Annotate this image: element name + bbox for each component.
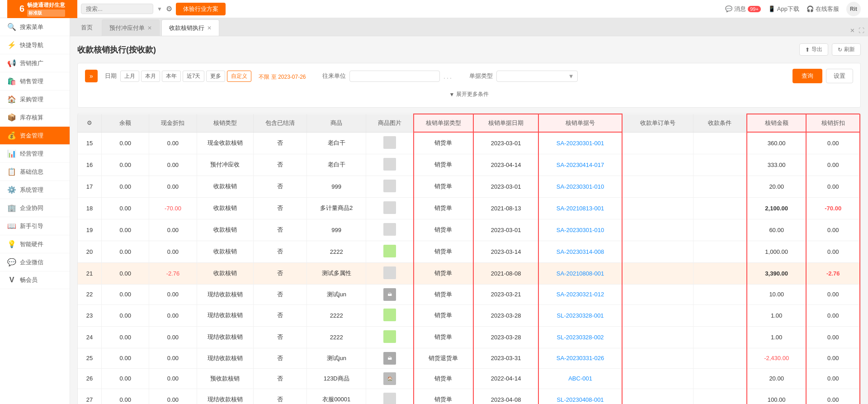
expand-more-area: ▼ 展开更多条件 bbox=[85, 87, 853, 102]
cell-goods-image bbox=[366, 262, 414, 284]
bill-no-link[interactable]: SA-20230414-017 bbox=[557, 162, 604, 168]
tab-home[interactable]: 首页 bbox=[74, 19, 100, 36]
cell-cash-discount: 0.00 bbox=[149, 219, 197, 241]
cell-receipt-order-no bbox=[622, 304, 693, 326]
cell-include-settled: 否 bbox=[253, 284, 307, 304]
edition-badge: 标准版 bbox=[27, 10, 65, 17]
sidebar-item-smart-hw[interactable]: 💡 智能硬件 bbox=[0, 235, 70, 253]
cell-write-off-type: 收款核销 bbox=[197, 241, 253, 262]
cell-bill-date: 2022-04-14 bbox=[473, 368, 539, 389]
sidebar-item-finance[interactable]: 💰 资金管理 bbox=[0, 127, 70, 145]
sidebar-item-purchase[interactable]: 🏠 采购管理 bbox=[0, 90, 70, 109]
date-label: 日期 bbox=[105, 72, 117, 80]
search-icon: 🔍 bbox=[7, 23, 16, 31]
cell-write-off-amount: -2,430.00 bbox=[747, 348, 807, 368]
cell-write-off-discount: 0.00 bbox=[806, 326, 860, 348]
bill-no-link[interactable]: SL-20230328-002 bbox=[557, 334, 604, 341]
col-header-gear[interactable]: ⚙ bbox=[78, 114, 102, 132]
sidebar-item-operations[interactable]: 📊 经营管理 bbox=[0, 145, 70, 163]
bill-no-link[interactable]: SA-20230331-026 bbox=[557, 355, 604, 361]
app-download-btn[interactable]: 📱 App下载 bbox=[768, 5, 799, 13]
bill-no-link[interactable]: SL-20230328-001 bbox=[557, 312, 604, 319]
cell-goods-image: 🏔 bbox=[366, 348, 414, 368]
date-btn-7days[interactable]: 近7天 bbox=[183, 71, 205, 82]
cell-write-off-amount: 100.00 bbox=[747, 389, 807, 404]
cell-bill-no: SA-20230314-008 bbox=[538, 241, 622, 262]
message-badge: 99+ bbox=[748, 6, 761, 12]
gear-icon[interactable]: ⚙ bbox=[166, 5, 172, 13]
cell-include-settled: 否 bbox=[253, 326, 307, 348]
tab-collection-write-off[interactable]: 收款核销执行 ✕ bbox=[161, 19, 219, 36]
cell-write-off-amount: 360.00 bbox=[747, 132, 807, 154]
sidebar-item-search-menu[interactable]: 🔍 搜索菜单 bbox=[0, 18, 70, 36]
bill-no-link[interactable]: SA-20230301-010 bbox=[557, 227, 604, 233]
bill-no-link[interactable]: SL-20230408-001 bbox=[557, 396, 604, 403]
bill-no-link[interactable]: SA-20230321-012 bbox=[557, 291, 604, 298]
cell-cash-discount: 0.00 bbox=[149, 284, 197, 304]
enterprise-icon: 🏢 bbox=[7, 204, 16, 212]
sidebar-item-inventory[interactable]: 📦 库存核算 bbox=[0, 109, 70, 127]
date-btn-more[interactable]: 更多 bbox=[206, 71, 225, 82]
cell-bill-no: SA-20230301-010 bbox=[538, 219, 622, 241]
partner-input[interactable] bbox=[349, 71, 440, 82]
col-header-goods: 商品 bbox=[307, 114, 366, 132]
cell-balance: 0.00 bbox=[102, 176, 149, 197]
refresh-button[interactable]: ↻ 刷新 bbox=[832, 43, 861, 56]
close-icon[interactable]: ✕ bbox=[207, 25, 212, 31]
settings-button[interactable]: 设置 bbox=[826, 69, 853, 83]
cell-write-off-type: 收款核销 bbox=[197, 262, 253, 284]
settings-icon: ⚙️ bbox=[7, 185, 16, 194]
bill-no-link[interactable]: SA-20230301-010 bbox=[557, 183, 604, 190]
sidebar-item-member[interactable]: V 畅会员 bbox=[0, 271, 70, 289]
bill-no-link[interactable]: SA-20210808-001 bbox=[557, 270, 604, 277]
sidebar-item-sales[interactable]: 🛍️ 销售管理 bbox=[0, 72, 70, 90]
sidebar-item-guide[interactable]: 📖 新手引导 bbox=[0, 217, 70, 235]
bill-type-select[interactable] bbox=[496, 71, 578, 82]
close-icon[interactable]: ✕ bbox=[147, 25, 152, 31]
bill-no-link[interactable]: SA-20210813-001 bbox=[557, 205, 604, 212]
filter-row: » 日期 上月 本月 本年 近7天 更多 自定义 bbox=[85, 69, 853, 83]
query-button[interactable]: 查询 bbox=[793, 69, 822, 83]
cell-bill-no: SL-20230408-001 bbox=[538, 389, 622, 404]
top-bar: 6 畅捷通谱好生意 标准版 ▼ ⚙ 体验行业方案 💬 消息 99+ 📱 App下… bbox=[0, 0, 868, 18]
cell-bill-type: 销货单 bbox=[414, 132, 473, 154]
col-header-balance: 余额 bbox=[102, 114, 149, 132]
cell-write-off-discount: 0.00 bbox=[806, 176, 860, 197]
tab-prepay[interactable]: 预付冲应付单 ✕ bbox=[102, 19, 160, 36]
message-btn[interactable]: 💬 消息 99+ bbox=[725, 5, 761, 13]
cell-include-settled: 否 bbox=[253, 197, 307, 219]
cell-bill-no: SA-20230301-010 bbox=[538, 176, 622, 197]
sidebar-item-enterprise[interactable]: 🏢 企业协同 bbox=[0, 199, 70, 217]
bill-no-link[interactable]: SA-20230314-008 bbox=[557, 248, 604, 255]
user-avatar[interactable]: Rit bbox=[846, 2, 861, 16]
expand-icon[interactable]: ⛶ bbox=[859, 27, 864, 34]
sidebar-item-system[interactable]: ⚙️ 系统管理 bbox=[0, 181, 70, 199]
online-service-btn[interactable]: 🎧 在线客服 bbox=[807, 5, 839, 13]
expand-more-button[interactable]: ▼ 展开更多条件 bbox=[449, 90, 489, 98]
sidebar-item-marketing[interactable]: 📢 营销推广 bbox=[0, 54, 70, 72]
date-btn-custom[interactable]: 自定义 bbox=[227, 71, 251, 82]
sidebar-item-quick-nav[interactable]: ⚡ 快捷导航 bbox=[0, 36, 70, 54]
cell-receipt-order-no bbox=[622, 132, 693, 154]
cell-write-off-type: 现结收款核销 bbox=[197, 304, 253, 326]
bill-no-link[interactable]: SA-20230301-001 bbox=[557, 140, 604, 147]
cell-receipt-condition bbox=[693, 132, 747, 154]
sidebar-item-wechat[interactable]: 💬 企业微信 bbox=[0, 253, 70, 271]
cell-no: 22 bbox=[78, 284, 102, 304]
date-btn-this-month[interactable]: 本月 bbox=[141, 71, 160, 82]
fast-nav-button[interactable]: » bbox=[85, 70, 98, 82]
close-all-icon[interactable]: ✕ bbox=[850, 27, 855, 34]
app-layout: 🔍 搜索菜单 ⚡ 快捷导航 📢 营销推广 🛍️ 销售管理 🏠 采购管理 📦 库存… bbox=[0, 18, 868, 404]
col-header-bill-date: 核销单据日期 bbox=[473, 114, 539, 132]
bill-no-link[interactable]: ABC-001 bbox=[568, 375, 592, 382]
bulb-icon: 💡 bbox=[7, 240, 16, 248]
date-btn-this-year[interactable]: 本年 bbox=[162, 71, 181, 82]
cell-write-off-discount: 0.00 bbox=[806, 389, 860, 404]
sidebar-item-label: 系统管理 bbox=[20, 186, 43, 194]
date-btn-last-month[interactable]: 上月 bbox=[120, 71, 139, 82]
cell-include-settled: 否 bbox=[253, 304, 307, 326]
sidebar-item-basic-info[interactable]: 📋 基础信息 bbox=[0, 163, 70, 181]
export-button[interactable]: ⬆ 导出 bbox=[799, 43, 828, 56]
search-input[interactable] bbox=[81, 4, 153, 14]
industry-solution-button[interactable]: 体验行业方案 bbox=[176, 3, 226, 15]
